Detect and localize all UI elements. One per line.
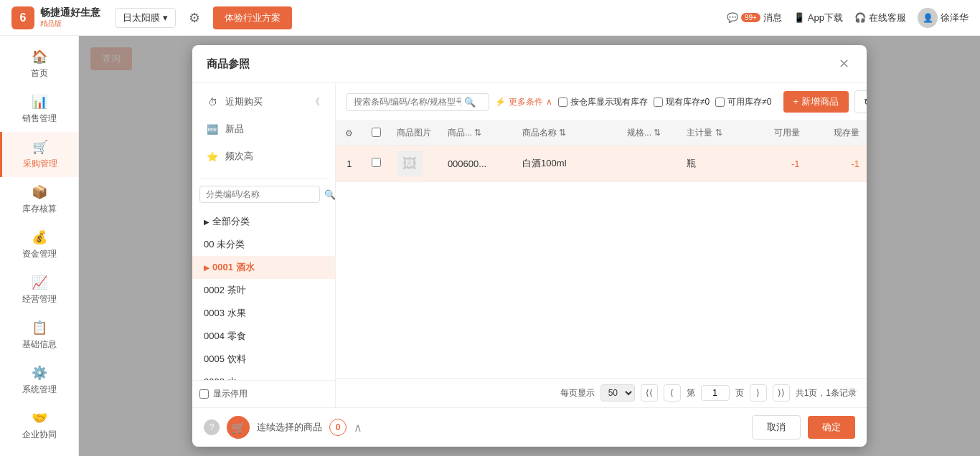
category-item-all[interactable]: ▶ 全部分类 bbox=[192, 210, 335, 233]
page-number-input[interactable] bbox=[701, 385, 730, 401]
sidebar: 🏠 首页 📊 销售管理 🛒 采购管理 📦 库存核算 💰 资金管理 📈 经营管理 … bbox=[0, 36, 79, 456]
filter-bar: 🔍 ⚡ 更多条件 ∧ 按仓库显示现有库存 bbox=[336, 83, 867, 121]
settings-col-icon[interactable]: ⚙ bbox=[345, 128, 353, 138]
category-item-1[interactable]: ▶ 0001 酒水 bbox=[192, 256, 335, 279]
confirm-button[interactable]: 确定 bbox=[808, 416, 855, 439]
finance-icon: 💰 bbox=[32, 229, 47, 245]
help-button[interactable]: ? bbox=[204, 419, 220, 435]
modal-right-panel: 🔍 ⚡ 更多条件 ∧ 按仓库显示现有库存 bbox=[336, 83, 867, 407]
category-list: ▶ 全部分类 00 未分类 ▶ 0001 酒水 0002 茶 bbox=[192, 207, 335, 380]
sidebar-item-system[interactable]: ⚙️ 系统管理 bbox=[0, 358, 78, 403]
new-icon: 🆕 bbox=[205, 122, 220, 136]
th-code[interactable]: 商品... ⇅ bbox=[440, 121, 515, 146]
filter-check-1: 按仓库显示现有库存 bbox=[558, 96, 648, 108]
enterprise-icon: 🤝 bbox=[32, 410, 47, 426]
sort-icon: ⇅ bbox=[654, 128, 661, 138]
sidebar-item-home[interactable]: 🏠 首页 bbox=[0, 42, 78, 87]
row-code: 000600... bbox=[440, 146, 515, 182]
table-row[interactable]: 1 🖼 00 bbox=[336, 146, 867, 182]
sidebar-item-finance[interactable]: 💰 资金管理 bbox=[0, 222, 78, 267]
try-industry-button[interactable]: 体验行业方案 bbox=[213, 6, 292, 29]
logo-icon: 6 bbox=[11, 6, 34, 29]
sidebar-item-business[interactable]: 📈 经营管理 bbox=[0, 267, 78, 313]
category-item-6[interactable]: 0008 水 bbox=[192, 371, 335, 380]
home-icon: 🏠 bbox=[32, 49, 47, 65]
row-available: -1 bbox=[732, 146, 806, 182]
filter-icon: ⚡ bbox=[495, 97, 506, 107]
modal-body: ⏱ 近期购买 《 🆕 新品 ⭐ 频次高 bbox=[192, 83, 867, 407]
category-item-2[interactable]: 0002 茶叶 bbox=[192, 279, 335, 302]
sidebar-item-basic-info[interactable]: 📋 基础信息 bbox=[0, 313, 78, 358]
warehouse-stock-checkbox[interactable] bbox=[558, 98, 567, 107]
page-first-btn[interactable]: ⟨⟨ bbox=[641, 384, 658, 402]
current-stock-checkbox[interactable] bbox=[654, 98, 663, 107]
top-nav: 6 畅捷通好生意 精品版 日太阳膜 ▾ ⚙ 体验行业方案 💬 99+ 消息 📱 … bbox=[0, 0, 980, 36]
search-submit-icon[interactable]: 🔍 bbox=[464, 97, 476, 108]
product-reference-modal: 商品参照 ✕ ⏱ 近期购买 《 🆕 bbox=[192, 45, 867, 447]
user-profile[interactable]: 👤 徐泽华 bbox=[918, 8, 969, 28]
page-next-btn[interactable]: ⟩ bbox=[750, 384, 767, 402]
modal-title: 商品参照 bbox=[207, 57, 250, 71]
warehouse-selector[interactable]: 日太阳膜 ▾ bbox=[115, 8, 176, 28]
collapse-left-btn[interactable]: 《 bbox=[308, 95, 322, 109]
category-item-3[interactable]: 0003 水果 bbox=[192, 302, 335, 325]
sidebar-item-sales[interactable]: 📊 销售管理 bbox=[0, 87, 78, 132]
collapse-footer-icon[interactable]: ∧ bbox=[354, 421, 362, 434]
left-tabs: ⏱ 近期购买 《 🆕 新品 ⭐ 频次高 bbox=[192, 83, 335, 175]
product-thumbnail: 🖼 bbox=[397, 151, 423, 176]
layout: 🏠 首页 📊 销售管理 🛒 采购管理 📦 库存核算 💰 资金管理 📈 经营管理 … bbox=[0, 36, 980, 456]
filter-check-2: 现有库存≠0 bbox=[654, 96, 710, 108]
category-item-0[interactable]: 00 未分类 bbox=[192, 233, 335, 256]
avatar: 👤 bbox=[918, 8, 938, 28]
cart-button[interactable]: 🛒 bbox=[227, 416, 250, 439]
tab-high-freq[interactable]: ⭐ 频次高 bbox=[199, 145, 328, 168]
star-icon: ⭐ bbox=[205, 149, 220, 163]
message-item[interactable]: 💬 99+ 消息 bbox=[727, 11, 782, 24]
app-download-item[interactable]: 📱 App下载 bbox=[793, 11, 843, 24]
modal-left-panel: ⏱ 近期购买 《 🆕 新品 ⭐ 频次高 bbox=[192, 83, 336, 407]
th-unit[interactable]: 主计量 ⇅ bbox=[679, 121, 732, 146]
product-table: ⚙ 商品图片 bbox=[336, 121, 867, 182]
th-spec[interactable]: 规格... ⇅ bbox=[620, 121, 679, 146]
sidebar-item-enterprise[interactable]: 🤝 企业协同 bbox=[0, 403, 78, 448]
product-search-input[interactable] bbox=[354, 97, 461, 107]
sidebar-item-purchase[interactable]: 🛒 采购管理 bbox=[0, 132, 78, 177]
row-check bbox=[363, 146, 390, 182]
th-available: 可用量 bbox=[732, 121, 806, 146]
row-checkbox[interactable] bbox=[372, 158, 381, 167]
page-prev-btn[interactable]: ⟨ bbox=[664, 384, 681, 402]
sort-icon: ⇅ bbox=[474, 128, 481, 138]
online-service-item[interactable]: 🎧 在线客服 bbox=[854, 11, 906, 24]
available-stock-checkbox[interactable] bbox=[715, 98, 725, 107]
settings-icon[interactable]: ⚙ bbox=[183, 6, 206, 29]
filter-more-conditions[interactable]: ⚡ 更多条件 ∧ bbox=[495, 96, 552, 108]
tab-recent-purchase[interactable]: ⏱ 近期购买 《 bbox=[199, 90, 328, 113]
nav-right: 💬 99+ 消息 📱 App下载 🎧 在线客服 👤 徐泽华 bbox=[727, 8, 969, 28]
row-image: 🖼 bbox=[390, 146, 440, 182]
cancel-button[interactable]: 取消 bbox=[752, 415, 801, 440]
modal-overlay: 商品参照 ✕ ⏱ 近期购买 《 🆕 bbox=[79, 36, 980, 456]
search-icon[interactable]: 🔍 bbox=[324, 189, 336, 200]
row-name: 白酒100ml bbox=[515, 146, 620, 182]
row-stock: -1 bbox=[807, 146, 867, 182]
show-disabled-checkbox[interactable] bbox=[199, 389, 209, 399]
show-disabled-row: 显示停用 bbox=[192, 380, 335, 407]
category-item-5[interactable]: 0005 饮料 bbox=[192, 348, 335, 371]
th-name[interactable]: 商品名称 ⇅ bbox=[515, 121, 620, 146]
cart-count-badge: 0 bbox=[329, 419, 347, 436]
page-last-btn[interactable]: ⟩⟩ bbox=[773, 384, 790, 402]
select-all-checkbox[interactable] bbox=[372, 128, 381, 137]
tab-new-product[interactable]: 🆕 新品 bbox=[199, 118, 328, 141]
sidebar-item-guide[interactable]: 🎯 新手引导 bbox=[0, 448, 78, 456]
close-button[interactable]: ✕ bbox=[835, 55, 852, 72]
add-product-button[interactable]: + 新增商品 bbox=[783, 91, 849, 113]
filter-check-3: 可用库存≠0 bbox=[715, 96, 771, 108]
category-item-4[interactable]: 0004 零食 bbox=[192, 325, 335, 348]
inventory-icon: 📦 bbox=[32, 184, 47, 200]
per-page-select[interactable]: 50 bbox=[600, 384, 635, 402]
divider bbox=[199, 178, 328, 179]
th-image: 商品图片 bbox=[390, 121, 440, 146]
sidebar-item-inventory[interactable]: 📦 库存核算 bbox=[0, 177, 78, 222]
category-search-input[interactable] bbox=[199, 186, 320, 203]
refresh-button[interactable]: ↻ 刷新 bbox=[854, 90, 867, 113]
